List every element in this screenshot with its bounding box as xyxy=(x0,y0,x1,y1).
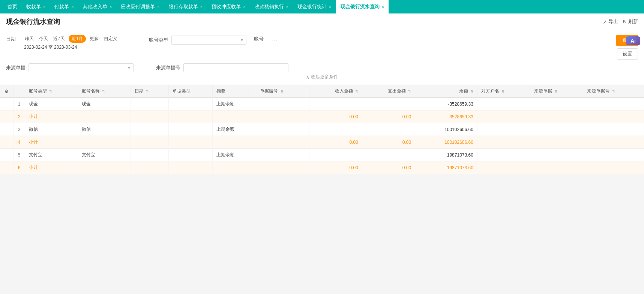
nav-home[interactable]: 首页 xyxy=(3,0,22,13)
page-header: 现金银行流水查询 ↗ 导出 ↻ 刷新 xyxy=(0,13,644,30)
table-row: 4小计0.000.00100102606.60 xyxy=(0,136,644,149)
yesterday-shortcut[interactable]: 昨天 xyxy=(23,35,35,43)
7days-shortcut[interactable]: 近7天 xyxy=(52,35,66,43)
page-title: 现金银行流水查询 xyxy=(6,17,60,26)
column-balance[interactable]: 余额 ⇅ xyxy=(415,85,477,98)
more-shortcut[interactable]: 更多 xyxy=(88,35,100,43)
column-account-type[interactable]: 账号类型 ⇅ xyxy=(25,85,78,98)
close-icon[interactable]: × xyxy=(200,4,203,9)
column-num xyxy=(14,85,25,98)
column-source-doc-num[interactable]: 来源单据号 ⇅ xyxy=(583,85,644,98)
date-shortcuts: 昨天 今天 近7天 近1月 更多 自定义 xyxy=(23,35,119,43)
1month-shortcut[interactable]: 近1月 xyxy=(69,35,86,43)
sort-icon: ⇅ xyxy=(470,89,473,93)
table-row: 6小计0.000.0019871073.60 xyxy=(0,161,644,174)
close-icon[interactable]: × xyxy=(243,4,245,9)
export-icon: ↗ xyxy=(603,19,607,25)
refresh-button[interactable]: ↻ 刷新 xyxy=(623,18,638,25)
date-range-display: 2023-02-24 至 2023-03-24 xyxy=(24,45,77,50)
nav-receipt-execute[interactable]: 收款核销执行 × xyxy=(250,0,293,13)
collapse-row: ∧ 收起更多条件 xyxy=(6,74,638,80)
sort-icon: ⇅ xyxy=(281,89,284,93)
table-row: 3微信微信上期余额100102606.60 xyxy=(0,123,644,136)
close-icon[interactable]: × xyxy=(71,4,74,9)
column-income[interactable]: 收入金额 ⇅ xyxy=(309,85,362,98)
nav-bank-deposit[interactable]: 银行存取款单 × xyxy=(164,0,207,13)
custom-shortcut[interactable]: 自定义 xyxy=(102,35,119,43)
column-summary: 摘要 xyxy=(212,85,256,98)
close-icon[interactable]: × xyxy=(110,4,112,9)
chevron-down-icon: ▾ xyxy=(241,37,243,43)
refresh-icon: ↻ xyxy=(623,19,627,25)
table-row: 1现金现金上期余额-3528659.33 xyxy=(0,98,644,110)
nav-advance-offset[interactable]: 预收冲应收单 × xyxy=(207,0,250,13)
source-doc-num-label: 来源单据号 xyxy=(156,64,180,71)
sort-icon: ⇅ xyxy=(355,89,358,93)
nav-cash-bank-flow[interactable]: 现金银行流水查询 × xyxy=(336,0,389,13)
ai-badge[interactable]: Ai xyxy=(626,36,640,45)
date-label: 日期 xyxy=(6,36,21,42)
settings-button[interactable]: 设置 xyxy=(617,48,638,60)
table-row: 2小计0.000.00-3528659.33 xyxy=(0,110,644,123)
sort-icon: ⇅ xyxy=(408,89,411,93)
account-type-select[interactable]: ▾ xyxy=(171,36,246,45)
nav-ar-ap-adjust[interactable]: 应收应付调整单 × xyxy=(116,0,164,13)
data-table: ⚙ 账号类型 ⇅ 账号名称 ⇅ 日期 ⇅ 单据类型 摘要 xyxy=(0,85,644,174)
source-doc-num-input[interactable] xyxy=(183,63,288,72)
chevron-down-icon: ▾ xyxy=(128,65,130,70)
sort-icon: ⇅ xyxy=(612,89,615,93)
today-shortcut[interactable]: 今天 xyxy=(38,35,50,43)
account-dots[interactable]: ... xyxy=(272,36,278,42)
collapse-up-icon: ∧ xyxy=(306,75,309,80)
table-header-row: ⚙ 账号类型 ⇅ 账号名称 ⇅ 日期 ⇅ 单据类型 摘要 xyxy=(0,85,644,98)
nav-receipts[interactable]: 收款单 × xyxy=(22,0,50,13)
column-doc-type: 单据类型 xyxy=(168,85,212,98)
nav-other-income[interactable]: 其他收入单 × xyxy=(78,0,116,13)
sort-icon: ⇅ xyxy=(146,89,149,93)
close-icon[interactable]: × xyxy=(286,4,288,9)
export-button[interactable]: ↗ 导出 xyxy=(603,18,618,25)
column-doc-num[interactable]: 单据编号 ⇅ xyxy=(256,85,309,98)
column-source-doc[interactable]: 来源单据 ⇅ xyxy=(530,85,583,98)
filter-area: 日期 昨天 今天 近7天 近1月 更多 自定义 2023-02-24 至 202… xyxy=(0,30,644,85)
column-date[interactable]: 日期 ⇅ xyxy=(131,85,169,98)
collapse-button[interactable]: ∧ 收起更多条件 xyxy=(306,74,338,80)
column-counterparty[interactable]: 对方户名 ⇅ xyxy=(477,85,530,98)
close-icon[interactable]: × xyxy=(382,4,384,9)
nav-cash-bank-stats[interactable]: 现金银行统计 × xyxy=(293,0,336,13)
sort-icon: ⇅ xyxy=(501,89,504,93)
header-actions: ↗ 导出 ↻ 刷新 xyxy=(603,18,638,25)
column-gear[interactable]: ⚙ xyxy=(0,85,14,98)
table-body: 1现金现金上期余额-3528659.332小计0.000.00-3528659.… xyxy=(0,98,644,174)
close-icon[interactable]: × xyxy=(157,4,159,9)
account-type-label: 账号类型 xyxy=(149,37,168,43)
top-navigation: 首页 收款单 × 付款单 × 其他收入单 × 应收应付调整单 × 银行存取款单 … xyxy=(0,0,644,13)
close-icon[interactable]: × xyxy=(43,4,45,9)
table-container: ⚙ 账号类型 ⇅ 账号名称 ⇅ 日期 ⇅ 单据类型 摘要 xyxy=(0,85,644,174)
sort-icon: ⇅ xyxy=(554,89,557,93)
nav-payments[interactable]: 付款单 × xyxy=(50,0,78,13)
account-label: 账号 xyxy=(254,36,269,42)
source-doc-label: 来源单据 xyxy=(6,64,26,71)
sort-icon: ⇅ xyxy=(49,89,52,93)
column-account-name[interactable]: 账号名称 ⇅ xyxy=(78,85,131,98)
close-icon[interactable]: × xyxy=(329,4,331,9)
source-doc-select[interactable]: ▾ xyxy=(29,63,134,72)
table-row: 5支付宝支付宝上期余额19871073.60 xyxy=(0,149,644,161)
column-expense[interactable]: 支出金额 ⇅ xyxy=(362,85,415,98)
sort-icon: ⇅ xyxy=(102,89,105,93)
